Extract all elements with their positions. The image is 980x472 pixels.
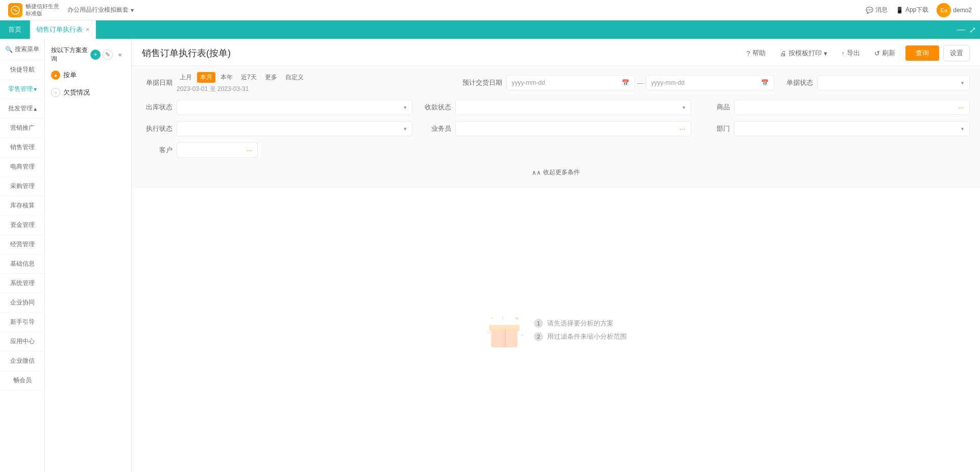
exec-status-select[interactable]: ▾ [177, 121, 412, 136]
filter-row-4: 客户 ··· [142, 143, 970, 158]
help-button[interactable]: ? 帮助 [742, 46, 769, 60]
header-right: 💬 消息 📱 App下载 Ea demo2 [866, 3, 972, 17]
edit-icon: ✎ [105, 51, 110, 58]
date-separator: — [637, 79, 644, 87]
date-tab-7days[interactable]: 近7天 [238, 72, 260, 83]
print-dropdown-icon: ▾ [824, 50, 827, 57]
delivery-date-end[interactable]: yyyy-mm-dd 📅 [646, 75, 774, 90]
filter-row-2: 出库状态 ▾ 收款状态 ▾ 商品 [142, 100, 970, 115]
date-tab-more[interactable]: 更多 [262, 72, 280, 83]
product-select[interactable]: ··· [734, 100, 970, 115]
filter-row-1: 单据日期 上月 本月 本年 近7天 更多 自定义 2023-03-01 至 20… [142, 72, 970, 93]
delivery-date-start[interactable]: yyyy-mm-dd 📅 [506, 75, 635, 90]
salesperson-select[interactable]: ··· [455, 121, 691, 136]
dept-select[interactable]: ▾ [734, 121, 970, 136]
scheme-item-dan[interactable]: ● 按单 [45, 66, 131, 84]
sidebar-item-inventory[interactable]: 库存核算 [0, 196, 44, 216]
product-label: 商品 [699, 103, 730, 112]
svg-rect-1 [491, 329, 518, 347]
filter-row-3: 执行状态 ▾ 业务员 ··· 部门 [142, 121, 970, 136]
edit-scheme-button[interactable]: ✎ [103, 50, 113, 60]
sidebar-search-area: 🔍 搜索菜单 [0, 39, 44, 60]
exec-status-dropdown-icon: ▾ [404, 126, 407, 132]
sidebar-item-wechat[interactable]: 企业微信 [0, 351, 44, 371]
search-menu-button[interactable]: 🔍 搜索菜单 [4, 43, 40, 56]
sidebar-item-wholesale[interactable]: 批发管理 ▴ [0, 99, 44, 119]
top-header: 畅捷信好生意 标准版 办公用品行业模拟账套 ▾ 💬 消息 📱 App下载 Ea … [0, 0, 980, 20]
customer-select[interactable]: ··· [177, 143, 258, 158]
date-tab-custom[interactable]: 自定义 [282, 72, 307, 83]
sidebar-item-purchase[interactable]: 采购管理 [0, 177, 44, 196]
sidebar-item-finance[interactable]: 资金管理 [0, 216, 44, 235]
retail-arrow-icon: ▾ [34, 86, 37, 93]
tab-expand-icon[interactable]: ⤢ [969, 25, 976, 35]
payment-status-filter: 收款状态 ▾ [421, 100, 691, 115]
sidebar-item-basic[interactable]: 基础信息 [0, 254, 44, 274]
sidebar-item-marketing[interactable]: 营销推广 [0, 119, 44, 138]
query-button[interactable]: 查询 [905, 45, 939, 61]
hint-num-1: 1 [534, 319, 543, 328]
sidebar-item-system[interactable]: 系统管理 [0, 274, 44, 293]
delivery-status-select[interactable]: ▾ [177, 100, 412, 115]
action-buttons: 查询 设置 [905, 45, 970, 61]
svg-rect-2 [489, 325, 520, 331]
export-button[interactable]: ↑ 导出 [838, 46, 865, 60]
setup-button[interactable]: 设置 [943, 45, 970, 61]
customer-filter: 客户 ··· [142, 143, 258, 158]
sidebar-item-enterprise[interactable]: 企业协同 [0, 293, 44, 313]
tab-active[interactable]: 销售订单执行表 × [30, 20, 96, 39]
sidebar: 🔍 搜索菜单 快捷导航 零售管理 ▾ 批发管理 ▴ 营销推广 销售管理 电商管理… [0, 39, 45, 472]
page-header-actions: ? 帮助 🖨 按模板打印 ▾ ↑ 导出 ↺ 刷新 [742, 45, 970, 61]
logo-icon [8, 3, 22, 17]
left-panel-header: 按以下方案查询 + ✎ « [45, 43, 131, 66]
company-selector[interactable]: 办公用品行业模拟账套 ▾ [67, 6, 134, 14]
tab-home[interactable]: 首页 [0, 20, 30, 39]
refresh-button[interactable]: ↺ 刷新 [870, 46, 899, 60]
sidebar-item-ecommerce[interactable]: 电商管理 [0, 157, 44, 177]
sidebar-item-operations[interactable]: 经营管理 [0, 235, 44, 254]
main-layout: 🔍 搜索菜单 快捷导航 零售管理 ▾ 批发管理 ▴ 营销推广 销售管理 电商管理… [0, 39, 980, 472]
calendar-end-icon: 📅 [761, 79, 769, 86]
customer-label: 客户 [142, 146, 173, 155]
empty-state: ✦ ✦ 1 请先选择要分析的 [485, 310, 627, 350]
collapse-filters-button[interactable]: ∧∧ 收起更多条件 [142, 164, 970, 181]
collapse-icon: ∧∧ [532, 169, 541, 176]
empty-illustration: ✦ ✦ [485, 310, 526, 350]
print-button[interactable]: 🖨 按模板打印 ▾ [776, 46, 831, 60]
salesperson-filter: 业务员 ··· [421, 121, 691, 136]
message-button[interactable]: 💬 消息 [866, 6, 888, 14]
scheme-icon-inactive: ○ [51, 88, 60, 97]
tab-minimize-icon[interactable]: — [957, 25, 965, 34]
delivery-status-label: 出库状态 [142, 103, 173, 112]
filter-section: 单据日期 上月 本月 本年 近7天 更多 自定义 2023-03-01 至 20… [132, 66, 980, 187]
add-scheme-button[interactable]: + [90, 50, 101, 60]
right-content: 销售订单执行表(按单) ? 帮助 🖨 按模板打印 ▾ ↑ 导出 [132, 39, 980, 472]
app-download-button[interactable]: 📱 App下载 [896, 6, 928, 14]
company-name: 办公用品行业模拟账套 [67, 6, 129, 14]
tab-close-icon[interactable]: × [86, 26, 89, 33]
status-dropdown-icon: ▾ [961, 80, 964, 86]
delivery-date-range: yyyy-mm-dd 📅 — yyyy-mm-dd 📅 [506, 75, 775, 90]
hint-item-2: 2 用过滤条件来缩小分析范围 [534, 332, 627, 341]
date-tab-last-month[interactable]: 上月 [177, 72, 195, 83]
date-tab-this-month[interactable]: 本月 [197, 72, 215, 83]
scheme-item-shortage[interactable]: ○ 欠货情况 [45, 84, 131, 101]
status-select[interactable]: ▾ [817, 75, 970, 90]
sidebar-item-retail[interactable]: 零售管理 ▾ [0, 80, 44, 99]
sidebar-item-member[interactable]: 畅会员 [0, 371, 44, 390]
left-panel-actions: + ✎ « [90, 50, 125, 60]
empty-hints: 1 请先选择要分析的方案 2 用过滤条件来缩小分析范围 [534, 319, 627, 341]
sidebar-item-quick-nav[interactable]: 快捷导航 [0, 60, 44, 80]
page-header: 销售订单执行表(按单) ? 帮助 🖨 按模板打印 ▾ ↑ 导出 [132, 39, 980, 66]
collapse-panel-button[interactable]: « [115, 50, 125, 60]
sidebar-item-apps[interactable]: 应用中心 [0, 332, 44, 351]
sidebar-item-sales[interactable]: 销售管理 [0, 138, 44, 157]
date-tab-this-year[interactable]: 本年 [217, 72, 236, 83]
hint-item-1: 1 请先选择要分析的方案 [534, 319, 627, 328]
delivery-status-filter: 出库状态 ▾ [142, 100, 412, 115]
sidebar-item-guide[interactable]: 新手引导 [0, 313, 44, 332]
refresh-icon: ↺ [874, 50, 880, 57]
date-range-text: 2023-03-01 至 2023-03-31 [177, 85, 454, 93]
payment-status-select[interactable]: ▾ [455, 100, 691, 115]
user-menu[interactable]: Ea demo2 [937, 3, 972, 17]
